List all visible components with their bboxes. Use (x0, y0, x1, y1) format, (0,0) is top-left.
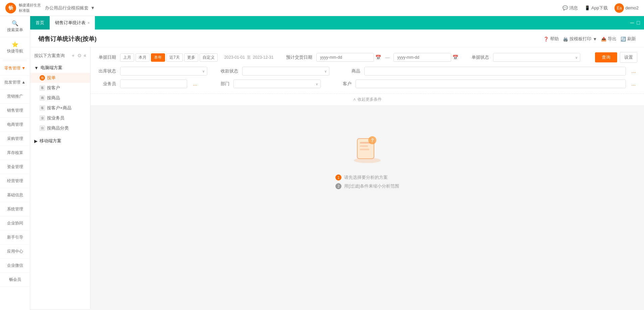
salesman-ellipsis[interactable]: … (191, 81, 199, 87)
sidebar-item-ecommerce[interactable]: 电商管理 (0, 118, 30, 132)
calendar-to-icon[interactable]: 📅 (452, 55, 458, 60)
svg-text:?: ? (371, 138, 374, 143)
username: demo2 (625, 5, 639, 10)
date-btn-more[interactable]: 更多 (184, 53, 198, 62)
dept-select[interactable] (233, 80, 321, 88)
tip-text-1: 请先选择要分析的方案 (344, 174, 388, 180)
date-btn-last-month[interactable]: 上月 (120, 53, 134, 62)
tree-child-label-order: 按单 (47, 75, 56, 81)
by-product-icon: 商 (40, 95, 45, 101)
date-btn-this-month[interactable]: 本月 (136, 53, 150, 62)
top-bar: 畅 畅捷通好生意 标准版 办公用品行业模拟账套 ▼ 💬 消息 📱 App下载 E… (0, 0, 644, 16)
top-center: 办公用品行业模拟账套 ▼ (45, 5, 95, 11)
tree-parent-mobile[interactable]: ▶ 移动端方案 (30, 136, 90, 146)
tip-num-2: 2 (335, 183, 341, 189)
minimize-icon[interactable]: ─ (630, 20, 634, 26)
svg-rect-4 (360, 149, 369, 150)
refresh-btn[interactable]: 🔄 刷新 (621, 36, 636, 42)
customer-ellipsis[interactable]: … (630, 81, 637, 87)
tree-child-label-category: 按商品分类 (47, 125, 69, 131)
customer-label: 客户 (333, 81, 352, 87)
nav-tabs: 首页 销售订单统计表 × ─ □ (30, 16, 644, 30)
date-btn-this-year[interactable]: 本年 (151, 53, 165, 62)
tip-text-2: 用[过滤]条件来缩小分析范围 (344, 183, 399, 189)
sidebar-item-enterprise[interactable]: 企业协同 (0, 216, 30, 230)
tree-child-by-category[interactable]: 分 按商品分类 (30, 123, 90, 133)
user-area[interactable]: Ea demo2 (614, 3, 639, 13)
print-icon: 🖨️ (563, 37, 568, 42)
message-btn[interactable]: 💬 消息 (562, 5, 578, 11)
pay-status-select-wrap: ∨ (242, 67, 329, 75)
app-download-btn[interactable]: 📱 App下载 (585, 5, 608, 11)
salesman-input[interactable] (120, 80, 187, 88)
sidebar-item-inventory[interactable]: 库存核算 (0, 146, 30, 160)
tree-section-mobile: ▶ 移动端方案 (30, 135, 90, 147)
product-input[interactable] (364, 67, 626, 75)
help-icon: ❓ (543, 37, 549, 42)
customer-input[interactable] (356, 80, 626, 88)
sidebar-item-member[interactable]: 畅会员 (0, 273, 30, 287)
collapse-bar[interactable]: ∧ 收起更多条件 (91, 94, 644, 105)
sidebar-item-newuser[interactable]: 新手引导 (0, 230, 30, 245)
bill-status-select[interactable] (493, 53, 580, 62)
svg-rect-3 (360, 145, 368, 147)
product-ellipsis[interactable]: … (630, 68, 637, 74)
query-button[interactable]: 查询 (595, 52, 617, 62)
sidebar-item-purchase[interactable]: 采购管理 (0, 132, 30, 146)
dropdown-label[interactable]: 办公用品行业模拟账套 (45, 5, 89, 11)
settings-scheme-icon[interactable]: ⊙ (77, 53, 82, 59)
filter-row-2: 出库状态 ∨ 收款状态 ∨ (91, 65, 644, 78)
tree-child-label-product: 按商品 (47, 95, 60, 101)
sidebar-item-sales[interactable]: 销售管理 (0, 104, 30, 118)
tree-expand-icon: ▶ (34, 139, 38, 144)
print-dropdown-arrow[interactable]: ▼ (593, 37, 597, 42)
sidebar-item-corpwechat[interactable]: 企业微信 (0, 259, 30, 273)
help-label: 帮助 (550, 36, 559, 42)
sidebar-item-system[interactable]: 系统管理 (0, 202, 30, 216)
expected-date-label: 预计交货日期 (285, 54, 312, 60)
sidebar-item-appcenter[interactable]: 应用中心 (0, 245, 30, 259)
tree-child-by-salesman[interactable]: 业 按业务员 (30, 113, 90, 123)
tree-section-desktop: ▼ 电脑端方案 按 按单 客 按客户 商 (30, 61, 90, 135)
date-btn-custom[interactable]: 自定义 (200, 53, 218, 62)
add-scheme-icon[interactable]: ＋ (71, 53, 75, 59)
print-template-btn[interactable]: 🖨️ 按模板打印 ▼ (563, 36, 597, 42)
tab-close-icon[interactable]: × (88, 21, 90, 25)
calendar-from-icon[interactable]: 📅 (375, 55, 381, 60)
tree-child-by-product[interactable]: 商 按商品 (30, 93, 90, 103)
sidebar: 🔍 搜索菜单 ⭐ 快捷导航 零售管理 ▼ 批发管理 ▲ 营销推广 销售管理 电商… (0, 16, 30, 310)
message-icon: 💬 (562, 5, 568, 10)
sidebar-item-finance[interactable]: 资金管理 (0, 160, 30, 174)
sidebar-item-marketing[interactable]: 营销推广 (0, 90, 30, 104)
sidebar-item-retail[interactable]: 零售管理 ▼ (0, 61, 30, 75)
refresh-icon: 🔄 (621, 37, 626, 42)
sidebar-item-basic[interactable]: 基础信息 (0, 188, 30, 202)
tree-child-by-customer[interactable]: 客 按客户 (30, 83, 90, 93)
date-from-val: 2023-01-01 (224, 55, 245, 60)
sidebar-item-quicknav[interactable]: ⭐ 快捷导航 (0, 37, 30, 58)
maximize-icon[interactable]: □ (637, 20, 640, 26)
tree-parent-desktop[interactable]: ▼ 电脑端方案 (30, 63, 90, 73)
tree-child-by-order[interactable]: 按 按单 (30, 73, 90, 83)
sidebar-item-wholesale[interactable]: 批发管理 ▲ (0, 75, 30, 90)
tab-sales-stats[interactable]: 销售订单统计表 × (50, 16, 95, 30)
collapse-panel-icon[interactable]: « (84, 53, 86, 59)
dropdown-arrow[interactable]: ▼ (91, 5, 95, 10)
left-panel-icons: ＋ ⊙ « (71, 53, 86, 59)
tree-child-by-customer-product[interactable]: 客 按客户+商品 (30, 103, 90, 113)
left-panel: 按以下方案查询 ＋ ⊙ « ▼ 电脑端方案 按 (30, 47, 91, 309)
filter-row-3: 业务员 … 部门 ∨ 客户 … (91, 78, 644, 91)
date-btn-last-7days[interactable]: 近7天 (166, 53, 183, 62)
sidebar-item-search[interactable]: 🔍 搜索菜单 (0, 16, 30, 37)
settings-button[interactable]: 设置 (620, 52, 637, 63)
pay-status-select[interactable] (242, 67, 329, 75)
tab-home[interactable]: 首页 (30, 16, 50, 30)
sidebar-item-operations[interactable]: 经营管理 (0, 174, 30, 188)
expected-date-from[interactable] (316, 53, 374, 62)
help-btn[interactable]: ❓ 帮助 (543, 36, 559, 42)
message-label: 消息 (569, 5, 578, 11)
export-btn[interactable]: 📤 导出 (601, 36, 616, 42)
tip-2: 2 用[过滤]条件来缩小分析范围 (335, 183, 399, 189)
stock-status-select[interactable] (120, 67, 207, 75)
expected-date-to[interactable] (393, 53, 451, 62)
